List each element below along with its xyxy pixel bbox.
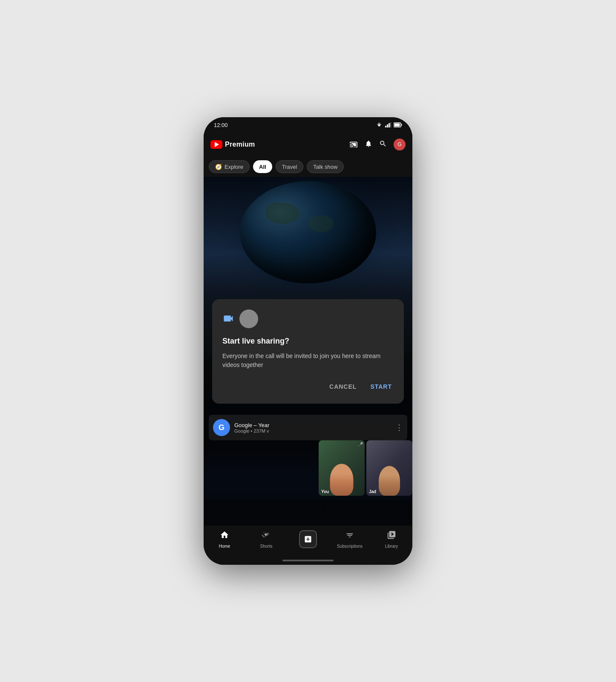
chip-all[interactable]: All [253, 160, 272, 173]
nav-shorts[interactable]: Shorts [245, 530, 287, 549]
live-sharing-dialog: Start live sharing? Everyone in the call… [212, 299, 404, 404]
cast-icon[interactable] [349, 140, 358, 150]
shorts-icon [262, 530, 271, 542]
wifi-icon [376, 122, 383, 127]
search-icon[interactable] [379, 140, 387, 150]
phone-frame: 12:00 [204, 117, 412, 565]
svg-rect-2 [385, 126, 386, 127]
youtube-icon [210, 140, 222, 149]
youtube-logo: Premium [210, 140, 255, 149]
subscriptions-label: Subscriptions [337, 544, 363, 549]
nav-home[interactable]: Home [204, 530, 245, 549]
library-label: Library [385, 544, 398, 549]
avatar[interactable]: G [394, 139, 406, 150]
cancel-button[interactable]: CANCEL [328, 380, 358, 393]
list-text: Google – Year Google • 237M v [234, 422, 391, 433]
library-icon [387, 530, 396, 542]
signal-icon [385, 122, 391, 127]
home-bar [282, 560, 334, 561]
svg-rect-5 [390, 122, 391, 127]
nav-add[interactable] [287, 530, 329, 548]
home-label: Home [219, 544, 230, 549]
face-you [330, 464, 354, 496]
list-item-row[interactable]: G Google – Year Google • 237M v ⋮ [209, 415, 407, 440]
shorts-label: Shorts [260, 544, 273, 549]
status-icons [376, 122, 402, 127]
play-triangle [215, 142, 219, 147]
battery-icon [394, 122, 402, 127]
nav-subscriptions[interactable]: Subscriptions [329, 530, 371, 549]
status-bar: 12:00 [204, 117, 412, 133]
svg-rect-3 [387, 124, 388, 127]
premium-label: Premium [225, 141, 255, 148]
chips-bar: 🧭 Explore All Travel Talk show [204, 156, 412, 177]
thumb-label-you: You [321, 489, 329, 494]
add-button[interactable] [299, 530, 317, 548]
explore-label: Explore [225, 164, 243, 170]
dialog-avatar [239, 309, 258, 328]
camera-icon [222, 312, 234, 325]
svg-marker-1 [377, 122, 381, 127]
status-time: 12:00 [214, 122, 228, 128]
home-icon [220, 530, 229, 542]
svg-rect-8 [394, 124, 400, 127]
video-thumb-jad: Jad [366, 440, 412, 496]
video-call-strip: 🎤 You Jad [319, 440, 412, 496]
app-header: Premium G [204, 133, 412, 156]
google-thumbnail: G [213, 419, 230, 436]
explore-icon: 🧭 [215, 164, 222, 170]
travel-label: Travel [282, 164, 297, 170]
all-label: All [259, 164, 266, 170]
chip-travel[interactable]: Travel [276, 160, 304, 173]
nav-library[interactable]: Library [371, 530, 412, 549]
main-content: Start live sharing? Everyone in the call… [204, 177, 412, 526]
thumb-label-jad: Jad [369, 489, 376, 494]
talk-show-label: Talk show [313, 164, 337, 170]
bell-icon[interactable] [365, 139, 372, 150]
subscriptions-icon [345, 530, 354, 542]
home-indicator [204, 556, 412, 565]
chip-explore[interactable]: 🧭 Explore [209, 160, 250, 173]
dialog-icons-row [222, 309, 394, 328]
header-icons: G [349, 139, 406, 150]
list-title: Google – Year [234, 422, 391, 428]
list-meta: Google • 237M v [234, 428, 391, 433]
more-icon[interactable]: ⋮ [395, 423, 403, 432]
dialog-title: Start live sharing? [222, 337, 394, 346]
svg-rect-7 [401, 124, 402, 126]
bottom-nav: Home Shorts Sub [204, 526, 412, 556]
mic-icon: 🎤 [358, 442, 363, 447]
video-thumb-you: 🎤 You [319, 440, 365, 496]
svg-rect-4 [389, 123, 390, 127]
chip-talk-show[interactable]: Talk show [307, 160, 344, 173]
dialog-body: Everyone in the call will be invited to … [222, 352, 394, 370]
face-jad [379, 466, 400, 496]
dialog-actions: CANCEL START [222, 380, 394, 393]
start-button[interactable]: START [368, 380, 394, 393]
